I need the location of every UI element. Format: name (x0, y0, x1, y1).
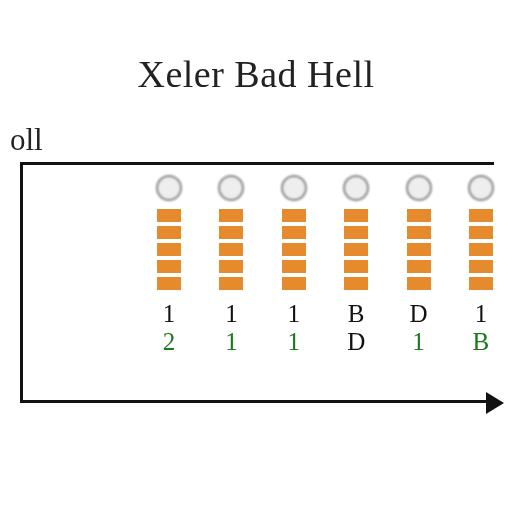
x-axis (20, 400, 494, 403)
column-value-1: B (348, 300, 365, 328)
chart-column: B D (337, 175, 375, 385)
column-bars (219, 209, 243, 290)
chart-column: 1 1 (275, 175, 313, 385)
column-value-1: 1 (225, 300, 238, 328)
column-value-2: 1 (225, 328, 238, 356)
x-axis-arrow-icon (486, 392, 504, 414)
frame-left (20, 162, 23, 402)
column-bars (469, 209, 493, 290)
column-value-2: 1 (412, 328, 425, 356)
y-axis-label: oll (10, 122, 43, 158)
column-bars (157, 209, 181, 290)
chart-columns: 1 2 1 1 1 1 B D (150, 175, 500, 385)
figure: { "title": "Xeler Bad Hell", "side_label… (0, 0, 512, 512)
frame-top (20, 162, 494, 165)
column-value-1: D (410, 300, 428, 328)
column-bars (282, 209, 306, 290)
chart-title: Xeler Bad Hell (0, 52, 512, 96)
column-value-1: 1 (475, 300, 488, 328)
column-value-1: 1 (288, 300, 301, 328)
column-header-icon (281, 175, 307, 201)
column-header-icon (406, 175, 432, 201)
column-header-icon (468, 175, 494, 201)
column-value-1: 1 (163, 300, 176, 328)
column-value-2: D (347, 328, 365, 356)
chart-column: D 1 (400, 175, 438, 385)
column-value-2: 1 (288, 328, 301, 356)
chart-column: 1 1 (212, 175, 250, 385)
column-header-icon (218, 175, 244, 201)
column-bars (407, 209, 431, 290)
column-value-2: B (473, 328, 490, 356)
column-header-icon (156, 175, 182, 201)
chart-column: 1 B (462, 175, 500, 385)
column-bars (344, 209, 368, 290)
column-header-icon (343, 175, 369, 201)
chart-column: 1 2 (150, 175, 188, 385)
column-value-2: 2 (163, 328, 176, 356)
